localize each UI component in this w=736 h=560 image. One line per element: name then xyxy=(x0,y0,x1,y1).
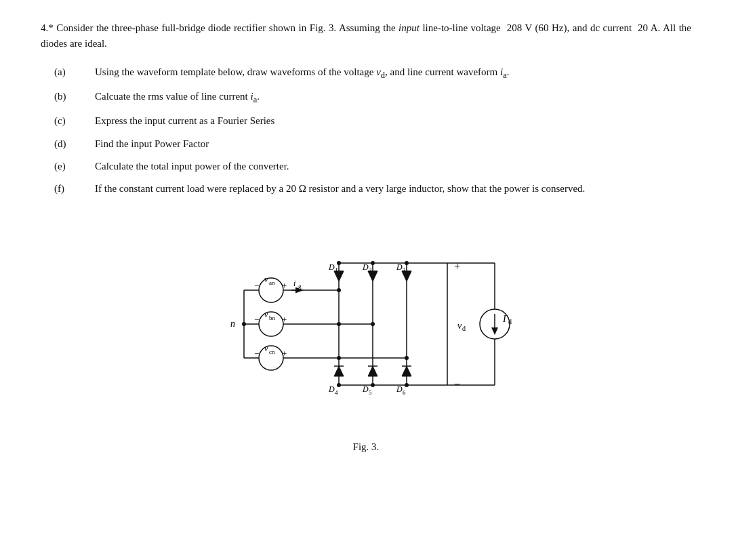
part-a-label: (a) xyxy=(54,64,95,80)
top-node-b xyxy=(371,261,375,265)
problem-intro: 4.* Consider the three-phase full-bridge… xyxy=(41,20,691,52)
van-label: v xyxy=(264,275,268,284)
bot-node-b xyxy=(371,383,375,387)
d3-subscript: 3 xyxy=(403,266,406,273)
vd-subscript: d xyxy=(462,325,466,332)
part-e-content: Calculate the total input power of the c… xyxy=(95,159,691,174)
vbn-minus: − xyxy=(254,315,259,325)
part-d-label: (d) xyxy=(54,136,95,152)
vbn-label: v xyxy=(264,310,268,319)
diode-d6-triangle xyxy=(402,366,411,376)
part-b-content: Calcuate the rms value of line current i… xyxy=(95,89,691,106)
circuit-svg: v an − + v bn − + xyxy=(190,217,542,427)
bot-node-a xyxy=(337,383,341,387)
top-node-c xyxy=(405,261,409,265)
d5-subscript: 5 xyxy=(369,389,372,396)
current-source-arrow xyxy=(491,327,498,335)
part-f-content: If the constant current load were replac… xyxy=(95,181,691,197)
bot-node-c xyxy=(405,383,409,387)
d5-label: D xyxy=(362,384,369,394)
vbn-plus: + xyxy=(282,315,287,325)
part-e: (e) Calculate the total input power of t… xyxy=(54,159,691,174)
part-a-content: Using the waveform template below, draw … xyxy=(95,64,691,82)
minus-label: − xyxy=(454,378,460,390)
d1-label: D xyxy=(328,262,335,272)
node-c-mid xyxy=(405,356,409,360)
part-d: (d) Find the input Power Factor xyxy=(54,136,691,152)
circuit-diagram: v an − + v bn − + xyxy=(190,217,542,432)
d1-subscript: 1 xyxy=(335,266,338,273)
circuit-figure: v an − + v bn − + xyxy=(41,217,691,432)
neutral-node xyxy=(242,322,246,326)
vbn-subscript: bn xyxy=(269,315,276,321)
part-b-label: (b) xyxy=(54,89,95,104)
van-subscript: an xyxy=(269,279,275,286)
d4-label: D xyxy=(328,384,335,394)
vcn-subscript: cn xyxy=(269,348,275,355)
diode-d5-triangle xyxy=(368,366,377,376)
van-minus: − xyxy=(254,281,259,291)
problem-number: 4.* xyxy=(41,22,54,33)
part-c-label: (c) xyxy=(54,113,95,129)
part-c-content: Express the input current as a Fourier S… xyxy=(95,113,691,129)
d2-label: D xyxy=(362,262,369,272)
id-subscript: d xyxy=(508,318,512,325)
ia-label: i xyxy=(293,279,295,288)
ia-subscript: g xyxy=(298,283,302,289)
neutral-label: n xyxy=(230,319,235,329)
d6-subscript: 6 xyxy=(403,389,406,396)
part-a: (a) Using the waveform template below, d… xyxy=(54,64,691,82)
node-b-mid xyxy=(371,322,375,326)
part-e-label: (e) xyxy=(54,159,95,174)
vcn-label: v xyxy=(264,344,268,353)
d6-label: D xyxy=(396,384,403,394)
d2-subscript: 2 xyxy=(369,266,372,273)
d4-subscript: 4 xyxy=(335,389,338,396)
parts-list: (a) Using the waveform template below, d… xyxy=(54,64,691,197)
d3-label: D xyxy=(396,262,403,272)
top-node-a xyxy=(337,261,341,265)
part-f-label: (f) xyxy=(54,181,95,197)
diode-d4-triangle xyxy=(334,366,344,376)
vcn-minus: − xyxy=(254,348,259,359)
part-c: (c) Express the input current as a Fouri… xyxy=(54,113,691,129)
van-plus: + xyxy=(282,281,287,291)
figure-caption: Fig. 3. xyxy=(41,439,691,455)
vd-label: v xyxy=(457,321,462,331)
part-d-content: Find the input Power Factor xyxy=(95,136,691,152)
problem-intro-text: Consider the three-phase full-bridge dio… xyxy=(41,22,691,49)
part-b: (b) Calcuate the rms value of line curre… xyxy=(54,89,691,106)
id-label: I xyxy=(502,314,507,324)
part-f: (f) If the constant current load were re… xyxy=(54,181,691,197)
problem-text: 4.* Consider the three-phase full-bridge… xyxy=(41,20,691,455)
vcn-plus: + xyxy=(282,348,287,359)
plus-label: + xyxy=(454,260,460,272)
